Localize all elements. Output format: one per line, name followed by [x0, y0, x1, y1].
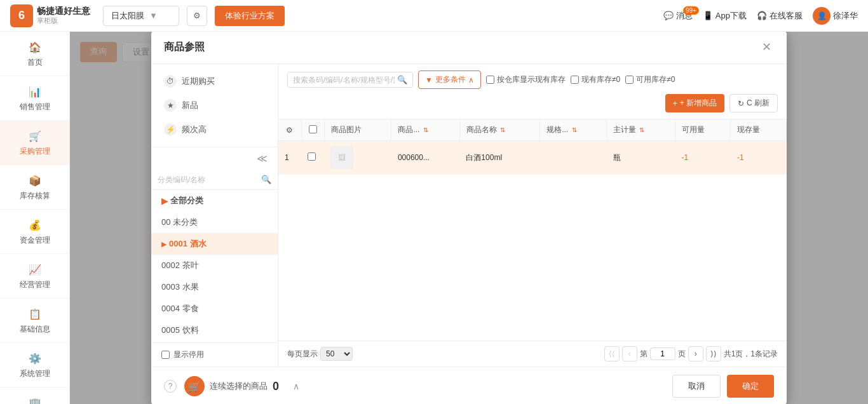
- all-arrow: ▶: [161, 196, 168, 206]
- col-code-label: 商品...: [398, 125, 419, 134]
- quick-btn-new[interactable]: ★ 新品: [158, 95, 271, 116]
- col-spec[interactable]: 规格... ⇅: [540, 119, 607, 141]
- modal-left-panel: ⏱ 近期购买 ★ 新品 ⚡ 频次高: [151, 64, 278, 367]
- phone-icon: 📱: [703, 11, 713, 20]
- dropdown-arrow: ▼: [149, 11, 158, 20]
- collapse-button[interactable]: ≪: [252, 150, 273, 167]
- next-page-button[interactable]: ›: [688, 346, 703, 361]
- messages-badge: 99+: [683, 6, 699, 15]
- modal-footer: ? 🛒 连续选择的商品 0 ∧ 取消 确定: [151, 367, 787, 404]
- sidebar-item-finance[interactable]: 💰 资金管理: [0, 210, 69, 254]
- col-settings-icon[interactable]: ⚙: [286, 126, 293, 135]
- per-page-label: 每页显示: [287, 349, 318, 360]
- select-all-checkbox[interactable]: [309, 125, 317, 133]
- logo-sub: 掌柜版: [37, 16, 90, 25]
- col-spec-label: 规格...: [546, 125, 568, 134]
- per-page-select[interactable]: 50 100 200: [320, 347, 353, 361]
- search-icon[interactable]: 🔍: [397, 75, 407, 84]
- sidebar-label-inventory: 库存核算: [20, 191, 50, 201]
- category-item-00[interactable]: 00 未分类: [151, 212, 278, 233]
- sidebar-item-operation[interactable]: 📈 经营管理: [0, 254, 69, 299]
- show-disabled-label: 显示停用: [173, 349, 204, 360]
- available-nonzero-checkbox[interactable]: [625, 76, 634, 84]
- row-index: 1: [278, 141, 301, 175]
- sidebar-item-inventory[interactable]: 📦 库存核算: [0, 165, 69, 210]
- category-item-0003[interactable]: 0003 水果: [151, 276, 278, 298]
- sidebar-label-operation: 经营管理: [20, 279, 50, 290]
- stock-nonzero-checkbox[interactable]: [571, 76, 579, 84]
- finance-icon: 💰: [27, 217, 43, 232]
- category-00-label: 00 未分类: [161, 217, 198, 228]
- col-unit-label: 主计量: [613, 125, 636, 134]
- cancel-button[interactable]: 取消: [672, 375, 721, 398]
- category-search-input[interactable]: [158, 175, 259, 184]
- new-icon: ★: [164, 99, 177, 112]
- warehouse-label: 按仓库显示现有库存: [497, 74, 566, 85]
- page-suffix: 页: [678, 349, 686, 360]
- main-layout: 🏠 首页 📊 销售管理 🛒 采购管理 📦 库存核算 💰 资金管理 📈 经营管理 …: [0, 32, 868, 404]
- filter-button[interactable]: ▼ 更多条件 ∧: [418, 71, 481, 89]
- system-icon: ⚙️: [27, 351, 43, 366]
- prev-page-button[interactable]: ‹: [622, 346, 637, 361]
- category-item-0001[interactable]: ▶ 0001 酒水: [151, 233, 278, 255]
- col-name[interactable]: 商品名称 ⇅: [459, 119, 539, 141]
- content-area: 查询 设置 刷新 商品参照 ✕ ⏱: [70, 32, 868, 404]
- category-item-0004[interactable]: 0004 零食: [151, 298, 278, 320]
- table-row[interactable]: 1 🖼: [278, 141, 787, 175]
- confirm-button[interactable]: 确定: [727, 375, 774, 398]
- add-product-button[interactable]: + + 新增商品: [665, 94, 724, 112]
- sidebar-item-sales[interactable]: 📊 销售管理: [0, 76, 69, 121]
- cart-label: 连续选择的商品: [210, 380, 268, 392]
- sidebar-label-sales: 销售管理: [20, 102, 50, 112]
- store-dropdown[interactable]: 日太阳膜 ▼: [103, 6, 179, 26]
- user-nav[interactable]: 👤 徐泽华: [813, 7, 858, 25]
- category-item-all[interactable]: ▶ 全部分类: [151, 190, 278, 212]
- sidebar-item-home[interactable]: 🏠 首页: [0, 32, 69, 76]
- show-disabled-checkbox[interactable]: [161, 351, 170, 359]
- inventory-icon: 📦: [27, 173, 43, 188]
- refresh-button[interactable]: ↻ C 刷新: [729, 94, 778, 112]
- col-settings: ⚙: [278, 119, 301, 141]
- refresh-label: C 刷新: [747, 98, 770, 109]
- modal-close-button[interactable]: ✕: [759, 39, 774, 55]
- warehouse-checkbox[interactable]: [486, 76, 494, 84]
- message-icon: 💬: [663, 11, 674, 20]
- trial-button[interactable]: 体验行业方案: [215, 6, 285, 26]
- purchase-icon: 🛒: [27, 128, 43, 144]
- filter-arrow: ∧: [468, 76, 474, 84]
- app-download-nav[interactable]: 📱 App下载: [703, 10, 747, 22]
- sidebar-label-basic: 基础信息: [20, 324, 50, 335]
- online-service-nav[interactable]: 🎧 在线客服: [757, 10, 803, 22]
- category-item-0002[interactable]: 0002 茶叶: [151, 255, 278, 276]
- category-item-0005[interactable]: 0005 饮料: [151, 320, 278, 341]
- page-input[interactable]: [650, 347, 675, 360]
- sidebar-item-purchase[interactable]: 🛒 采购管理: [0, 121, 69, 165]
- available-nonzero-label: 可用库存≠0: [636, 74, 675, 85]
- sidebar-item-enterprise[interactable]: 🏢 企业协同: [0, 387, 69, 404]
- product-reference-modal: 商品参照 ✕ ⏱ 近期购买 ★ 新品: [151, 32, 787, 404]
- sort-icon-name: ⇅: [500, 126, 505, 133]
- add-icon: +: [673, 99, 677, 108]
- col-unit[interactable]: 主计量 ⇅: [607, 119, 675, 141]
- row-checkbox-cell: [301, 141, 324, 175]
- row-checkbox[interactable]: [308, 152, 316, 161]
- category-all-label: 全部分类: [170, 195, 203, 206]
- quick-btn-frequent[interactable]: ⚡ 频次高: [158, 119, 271, 140]
- settings-button[interactable]: ⚙: [187, 6, 207, 26]
- help-button[interactable]: ?: [164, 380, 177, 393]
- product-search-input[interactable]: [293, 76, 395, 84]
- last-page-button[interactable]: ⟩⟩: [706, 346, 721, 361]
- sidebar-item-system[interactable]: ⚙️ 系统管理: [0, 343, 69, 387]
- sidebar-label-home: 首页: [27, 57, 43, 68]
- col-code[interactable]: 商品... ⇅: [391, 119, 459, 141]
- quick-btn-recent[interactable]: ⏱ 近期购买: [158, 71, 271, 92]
- first-page-button[interactable]: ⟨⟨: [604, 346, 620, 361]
- messages-nav[interactable]: 💬 消息 99+: [663, 10, 693, 22]
- app-download-label: App下载: [715, 10, 747, 22]
- sidebar-item-basic[interactable]: 📋 基础信息: [0, 299, 69, 343]
- active-arrow: ▶: [161, 241, 166, 248]
- category-search-icon[interactable]: 🔍: [261, 175, 271, 184]
- col-checkbox: [301, 119, 324, 141]
- enterprise-icon: 🏢: [27, 395, 43, 404]
- chevron-up-icon[interactable]: ∧: [293, 381, 299, 391]
